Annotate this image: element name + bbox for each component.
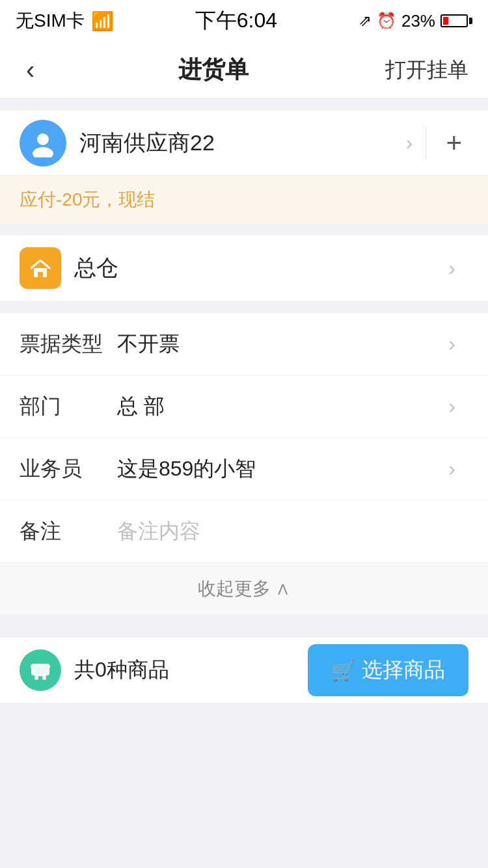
battery-icon <box>441 14 472 27</box>
svg-point-5 <box>34 676 38 680</box>
svg-point-6 <box>42 676 46 680</box>
cart-icon <box>29 658 52 682</box>
select-product-label: 选择商品 <box>362 656 445 685</box>
invoice-type-chevron-icon: › <box>448 332 455 356</box>
warehouse-name: 总仓 <box>74 253 448 283</box>
status-right: ⇗ ⏰ 23% <box>359 11 472 31</box>
gap-3 <box>0 301 488 312</box>
carrier-label: 无SIM卡 <box>16 8 85 33</box>
warehouse-row[interactable]: 总仓 › <box>0 236 488 301</box>
status-bar: 无SIM卡 📶 下午6:04 ⇗ ⏰ 23% <box>0 0 488 42</box>
form-card: 票据类型 不开票 › 部门 总 部 › 业务员 这是859的小智 › 备注 备注… <box>0 312 488 614</box>
gap-4 <box>0 614 488 626</box>
warehouse-chevron-icon: › <box>448 256 455 280</box>
battery-label: 23% <box>401 11 435 31</box>
product-count: 共0种商品 <box>74 656 308 685</box>
gap-2 <box>0 224 488 236</box>
gap-1 <box>0 99 488 111</box>
location-icon: ⇗ <box>359 12 372 30</box>
department-value: 总 部 <box>111 392 448 421</box>
warehouse-icon <box>20 247 61 289</box>
invoice-type-value: 不开票 <box>111 330 448 359</box>
open-pending-button[interactable]: 打开挂单 <box>385 56 468 85</box>
product-footer: 共0种商品 🛒 选择商品 <box>0 638 488 703</box>
collapse-button[interactable]: 收起更多 ∧ <box>0 562 488 614</box>
alarm-icon: ⏰ <box>377 12 396 30</box>
select-product-button[interactable]: 🛒 选择商品 <box>308 644 468 696</box>
invoice-type-row[interactable]: 票据类型 不开票 › <box>0 312 488 375</box>
back-button[interactable]: ‹ <box>20 49 41 91</box>
status-left: 无SIM卡 📶 <box>16 8 114 33</box>
remark-row[interactable]: 备注 备注内容 <box>0 500 488 562</box>
collapse-label: 收起更多 ∧ <box>198 576 291 601</box>
notice-bar: 应付-20元，现结 <box>0 176 488 224</box>
person-icon <box>29 129 57 157</box>
svg-point-0 <box>37 133 49 145</box>
svg-point-1 <box>33 147 53 157</box>
add-supplier-button[interactable]: + <box>439 128 468 159</box>
remark-input[interactable]: 备注内容 <box>111 517 468 546</box>
supplier-row[interactable]: 河南供应商22 › + <box>0 111 488 176</box>
department-row[interactable]: 部门 总 部 › <box>0 375 488 437</box>
salesperson-label: 业务员 <box>20 455 111 483</box>
supplier-chevron-icon: › <box>406 131 413 155</box>
invoice-type-label: 票据类型 <box>20 330 111 359</box>
select-product-icon: 🛒 <box>331 659 355 682</box>
wifi-icon: 📶 <box>91 10 114 32</box>
page-title: 进货单 <box>178 54 249 86</box>
supplier-avatar <box>20 120 66 167</box>
product-icon <box>20 649 61 691</box>
supplier-name: 河南供应商22 <box>79 128 406 158</box>
house-icon <box>29 256 52 280</box>
warehouse-card: 总仓 › <box>0 236 488 301</box>
divider <box>426 127 426 159</box>
supplier-card: 河南供应商22 › + 应付-20元，现结 <box>0 111 488 224</box>
remark-label: 备注 <box>20 517 111 546</box>
notice-text: 应付-20元，现结 <box>20 189 155 210</box>
svg-rect-3 <box>38 272 43 277</box>
department-chevron-icon: › <box>448 394 455 418</box>
department-label: 部门 <box>20 392 111 421</box>
salesperson-value: 这是859的小智 <box>111 455 448 483</box>
salesperson-row[interactable]: 业务员 这是859的小智 › <box>0 437 488 500</box>
salesperson-chevron-icon: › <box>448 457 455 481</box>
time-label: 下午6:04 <box>195 7 277 35</box>
nav-bar: ‹ 进货单 打开挂单 <box>0 42 488 99</box>
